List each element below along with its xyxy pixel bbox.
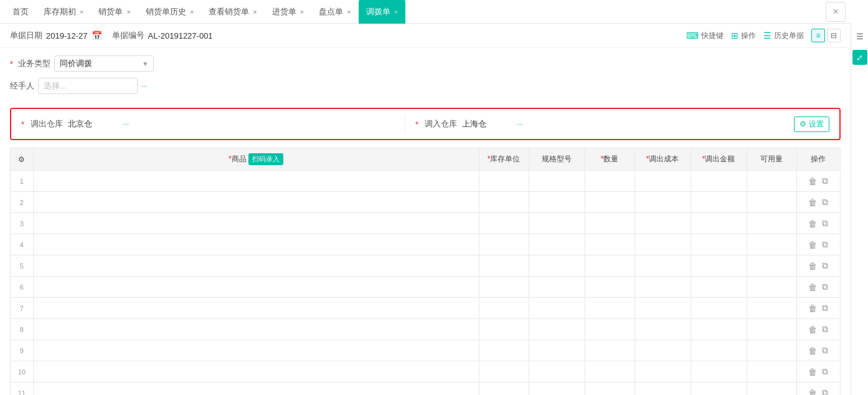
operations-icon: ⊞ [731, 31, 738, 40]
right-panel-list-button[interactable]: ☰ [852, 29, 867, 44]
row-3-qty[interactable] [585, 213, 634, 234]
row-9-cost[interactable] [634, 340, 691, 361]
tab-inventory-count[interactable]: 盘点单 × [311, 0, 358, 24]
table-header-product: *商品 扫码录入 [33, 148, 479, 171]
row-11-qty[interactable] [585, 383, 634, 396]
row-8-cost[interactable] [634, 319, 691, 340]
row-1-qty[interactable] [585, 171, 634, 192]
tab-bar-right: × [826, 2, 846, 22]
copy-icon-row-9[interactable]: ⧉ [821, 344, 829, 357]
row-4-qty[interactable] [585, 234, 634, 255]
shortcut-action[interactable]: ⌨ 快捷键 [686, 31, 724, 41]
copy-icon-row-1[interactable]: ⧉ [821, 174, 829, 188]
layout-button-2[interactable]: ⊟ [827, 29, 841, 42]
tab-close-transfer-order[interactable]: × [394, 8, 398, 16]
row-10-product[interactable] [33, 361, 479, 383]
tab-close-purchase-order[interactable]: × [300, 8, 304, 16]
delete-icon-row-1[interactable]: 🗑 [807, 175, 818, 188]
tab-view-sales[interactable]: 查看销货单 × [201, 0, 264, 24]
copy-icon-row-7[interactable]: ⧉ [821, 302, 829, 315]
warehouse-out-more-icon[interactable]: ··· [123, 120, 129, 128]
copy-icon-row-2[interactable]: ⧉ [821, 196, 829, 209]
row-10-cost[interactable] [634, 361, 691, 383]
copy-icon-row-4[interactable]: ⧉ [821, 238, 829, 251]
row-4-product[interactable] [33, 234, 479, 255]
copy-icon-row-10[interactable]: ⧉ [821, 365, 829, 378]
row-6-product[interactable] [33, 277, 479, 298]
delete-icon-row-10[interactable]: 🗑 [807, 366, 818, 378]
row-3-available [747, 213, 796, 234]
row-11-cost[interactable] [634, 383, 691, 396]
row-9-product[interactable] [33, 340, 479, 361]
row-7-qty[interactable] [585, 298, 634, 319]
copy-icon-row-5[interactable]: ⧉ [821, 259, 829, 272]
row-3-cost[interactable] [634, 213, 691, 234]
table-header-unit: *库存单位 [479, 148, 529, 171]
delete-icon-row-7[interactable]: 🗑 [807, 302, 818, 315]
row-num-6: 6 [11, 277, 33, 298]
table-header-row: ⚙ *商品 扫码录入 *库存单位 规格型号 *数量 [11, 148, 840, 171]
row-2-qty[interactable] [585, 192, 634, 213]
handler-more-icon[interactable]: ··· [141, 82, 148, 90]
row-1-unit [479, 171, 529, 192]
table-header-gear[interactable]: ⚙ [11, 148, 33, 171]
row-8-unit [479, 319, 529, 340]
row-1-cost[interactable] [634, 171, 691, 192]
delete-icon-row-11[interactable]: 🗑 [807, 387, 818, 396]
row-2-cost[interactable] [634, 192, 691, 213]
window-close-button[interactable]: × [826, 2, 846, 22]
copy-icon-row-3[interactable]: ⧉ [821, 217, 829, 230]
warehouse-in-more-icon[interactable]: ··· [517, 120, 523, 128]
delete-icon-row-6[interactable]: 🗑 [807, 281, 818, 293]
row-10-qty[interactable] [585, 361, 634, 383]
tab-purchase-order[interactable]: 进货单 × [265, 0, 311, 24]
tab-sales-order[interactable]: 销货单 × [91, 0, 138, 24]
row-5-cost[interactable] [634, 255, 691, 277]
row-8-ops: 🗑 ⧉ [796, 319, 840, 340]
row-11-product[interactable] [33, 383, 479, 396]
tab-close-sales-history[interactable]: × [190, 8, 194, 16]
business-type-dropdown[interactable]: 同价调拨 ▼ [54, 55, 154, 72]
tab-sales-history[interactable]: 销货单历史 × [138, 0, 201, 24]
tab-close-inventory-count[interactable]: × [347, 8, 351, 16]
delete-icon-row-8[interactable]: 🗑 [807, 323, 818, 336]
row-3-product[interactable] [33, 213, 479, 234]
delete-icon-row-2[interactable]: 🗑 [807, 196, 818, 209]
row-1-product[interactable] [33, 171, 479, 192]
row-7-unit [479, 298, 529, 319]
row-6-cost[interactable] [634, 277, 691, 298]
delete-icon-row-5[interactable]: 🗑 [807, 260, 818, 272]
delete-icon-row-3[interactable]: 🗑 [807, 217, 818, 230]
row-7-cost[interactable] [634, 298, 691, 319]
settings-button[interactable]: ⚙ 设置 [794, 117, 829, 132]
row-9-qty[interactable] [585, 340, 634, 361]
calendar-icon[interactable]: 📅 [92, 31, 102, 40]
delete-icon-row-4[interactable]: 🗑 [807, 239, 818, 251]
row-6-qty[interactable] [585, 277, 634, 298]
delete-icon-row-9[interactable]: 🗑 [807, 345, 818, 357]
copy-icon-row-8[interactable]: ⧉ [821, 323, 829, 336]
right-panel-expand-button[interactable]: ⤢ [852, 50, 867, 65]
layout-button-1[interactable]: ≡ [811, 29, 825, 42]
row-8-product[interactable] [33, 319, 479, 340]
row-7-product[interactable] [33, 298, 479, 319]
row-4-cost[interactable] [634, 234, 691, 255]
handler-dropdown[interactable]: 选择... [38, 78, 138, 94]
row-5-product[interactable] [33, 255, 479, 277]
tab-home[interactable]: 首页 [5, 0, 36, 24]
scan-barcode-button[interactable]: 扫码录入 [248, 153, 283, 165]
operations-action[interactable]: ⊞ 操作 [731, 31, 756, 41]
tab-transfer-order[interactable]: 调拨单 × [359, 0, 405, 24]
tab-close-inventory-init[interactable]: × [80, 8, 83, 16]
row-8-qty[interactable] [585, 319, 634, 340]
copy-icon-row-6[interactable]: ⧉ [821, 280, 829, 293]
tab-inventory-init[interactable]: 库存期初 × [36, 0, 91, 24]
tab-close-view-sales[interactable]: × [253, 8, 257, 16]
row-5-qty[interactable] [585, 255, 634, 277]
copy-icon-row-11[interactable]: ⧉ [821, 386, 829, 395]
row-3-ops: 🗑 ⧉ [796, 213, 840, 234]
tab-close-sales-order[interactable]: × [126, 8, 130, 16]
history-action[interactable]: ☰ 历史单据 [763, 31, 804, 41]
row-num-3: 3 [11, 213, 33, 234]
row-2-product[interactable] [33, 192, 479, 213]
